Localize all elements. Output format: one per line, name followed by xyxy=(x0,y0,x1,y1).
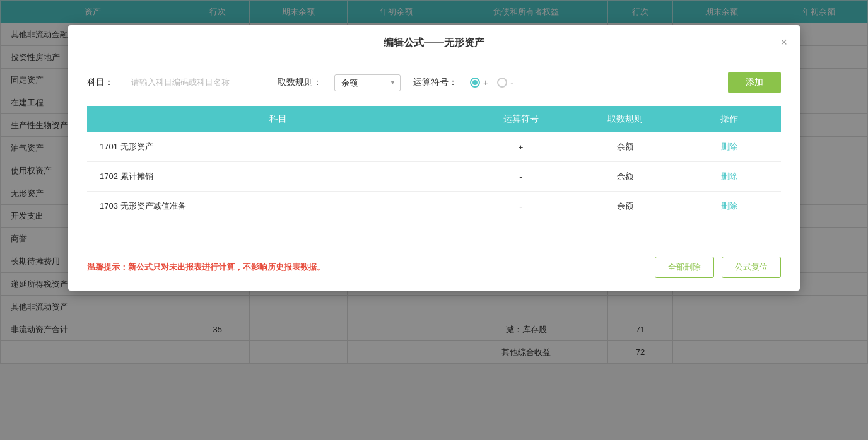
footer-buttons: 全部删除 公式复位 xyxy=(655,257,781,278)
cell-subject: 1701 无形资产 xyxy=(87,132,469,162)
cell-subject: 1702 累计摊销 xyxy=(87,162,469,192)
cell-action: 删除 xyxy=(677,162,781,192)
cell-operator: - xyxy=(469,162,573,192)
radio-minus-circle xyxy=(497,78,507,88)
cell-operator: - xyxy=(469,192,573,221)
delete-all-button[interactable]: 全部删除 xyxy=(655,257,714,278)
radio-plus-circle xyxy=(470,78,480,88)
rule-label: 取数规则： xyxy=(278,77,322,88)
cell-operator: + xyxy=(469,132,573,162)
operator-label: 运算符号： xyxy=(413,77,457,88)
add-button[interactable]: 添加 xyxy=(728,72,781,93)
th-subject: 科目 xyxy=(87,106,469,132)
modal-title: 编辑公式——无形资产 xyxy=(384,37,484,50)
cell-action: 删除 xyxy=(677,192,781,221)
subject-input[interactable] xyxy=(126,75,265,90)
modal-body: 科目： 取数规则： 余额 借方发生额 贷方发生额 运算符号： + - xyxy=(68,59,800,246)
formula-form-row: 科目： 取数规则： 余额 借方发生额 贷方发生额 运算符号： + - xyxy=(87,72,781,93)
cell-subject: 1703 无形资产减值准备 xyxy=(87,192,469,221)
modal-footer: 温馨提示：新公式只对未出报表进行计算，不影响历史报表数据。 全部删除 公式复位 xyxy=(68,246,800,291)
radio-minus[interactable]: - xyxy=(497,78,513,88)
table-row: 1701 无形资产+余额删除 xyxy=(87,132,781,162)
operator-radio-group: + - xyxy=(470,78,513,88)
radio-minus-label: - xyxy=(510,78,513,88)
table-row: 1703 无形资产减值准备-余额删除 xyxy=(87,192,781,221)
modal-close-button[interactable]: × xyxy=(780,37,787,48)
th-rule: 取数规则 xyxy=(573,106,677,132)
reset-formula-button[interactable]: 公式复位 xyxy=(722,257,781,278)
tip-prefix: 温馨提示： xyxy=(87,262,128,272)
footer-tip: 温馨提示：新公式只对未出报表进行计算，不影响历史报表数据。 xyxy=(87,262,325,273)
formula-table: 科目 运算符号 取数规则 操作 1701 无形资产+余额删除1702 累计摊销-… xyxy=(87,106,781,221)
radio-plus-label: + xyxy=(483,78,488,88)
delete-link[interactable]: 删除 xyxy=(721,201,737,211)
subject-label: 科目： xyxy=(87,77,114,88)
rule-select-wrapper: 余额 借方发生额 贷方发生额 xyxy=(334,74,401,91)
radio-plus[interactable]: + xyxy=(470,78,488,88)
table-header-row: 科目 运算符号 取数规则 操作 xyxy=(87,106,781,132)
modal-header: 编辑公式——无形资产 × xyxy=(68,25,800,59)
cell-action: 删除 xyxy=(677,132,781,162)
delete-link[interactable]: 删除 xyxy=(721,171,737,181)
edit-formula-modal: 编辑公式——无形资产 × 科目： 取数规则： 余额 借方发生额 贷方发生额 运算… xyxy=(68,25,800,291)
cell-rule: 余额 xyxy=(573,162,677,192)
tip-highlight: 新公式只对未出报表进行计算，不影响历史报表数据。 xyxy=(128,262,325,272)
th-action: 操作 xyxy=(677,106,781,132)
delete-link[interactable]: 删除 xyxy=(721,142,737,151)
th-operator: 运算符号 xyxy=(469,106,573,132)
cell-rule: 余额 xyxy=(573,192,677,221)
cell-rule: 余额 xyxy=(573,132,677,162)
rule-select[interactable]: 余额 借方发生额 贷方发生额 xyxy=(334,74,401,91)
table-row: 1702 累计摊销-余额删除 xyxy=(87,162,781,192)
